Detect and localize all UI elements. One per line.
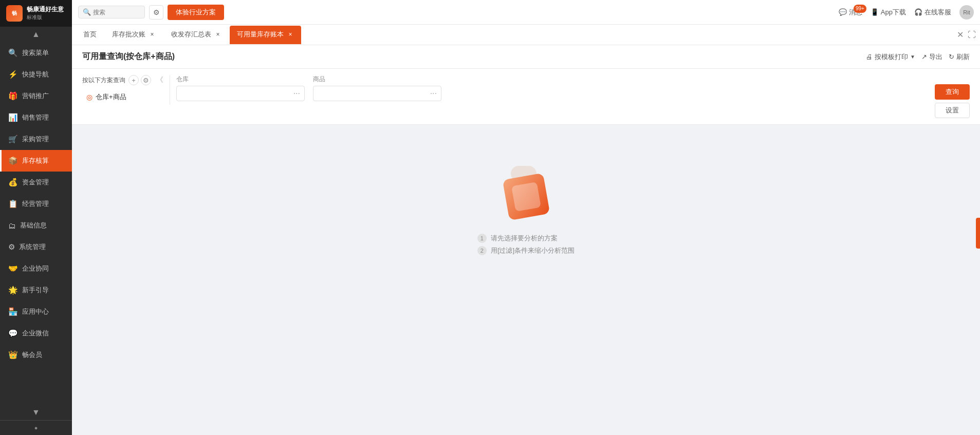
tab-stock-summary[interactable]: 收发存汇总表× — [164, 26, 229, 44]
page-header-actions: 🖨 按模板打印 ▼ ↗ 导出 ↻ 刷新 — [866, 52, 970, 62]
sidebar-item-basic[interactable]: 🗂 基础信息 — [0, 215, 72, 236]
sidebar-title: 畅康通好生意 — [27, 6, 64, 14]
search-icon: 🔍 — [8, 48, 18, 58]
marketing-icon: 🎁 — [8, 91, 18, 101]
warehouse-label: 仓库 — [176, 75, 305, 84]
product-more-button[interactable]: ··· — [430, 89, 437, 98]
inventory-label: 库存核算 — [22, 156, 49, 165]
tip-text-2: 用[过滤]条件来缩小分析范围 — [491, 246, 575, 255]
search-label: 搜索菜单 — [22, 48, 49, 58]
export-button[interactable]: ↗ 导出 — [921, 52, 942, 62]
filter-settings-button[interactable]: 设置 — [935, 103, 970, 118]
tab-bar: 首页库存批次账×收发存汇总表×可用量库存账本× ✕ ⛶ — [72, 25, 980, 45]
sidebar-scroll-area: 🔍 搜索菜单 ⚡ 快捷导航 🎁 营销推广 📊 销售管理 🛒 采购管理 📦 库存核… — [0, 42, 72, 405]
empty-box-shape — [502, 173, 550, 221]
sidebar-bottom: ● — [0, 420, 72, 435]
gear-icon[interactable]: ⚙ — [149, 5, 163, 20]
scheme-item-label: 仓库+商品 — [96, 92, 126, 102]
search-icon: 🔍 — [83, 8, 91, 16]
main-area: 🔍 ⚙ 体验行业方案 💬 消息 99+ 📱 App下载 🎧 在线客服 Rit — [72, 0, 980, 435]
trial-industry-button[interactable]: 体验行业方案 — [168, 5, 224, 20]
chevron-down-icon: ▼ — [910, 54, 915, 60]
newbie-icon: 🌟 — [8, 286, 18, 295]
tab-label-stock-summary: 收发存汇总表 — [171, 30, 211, 39]
tab-batch-account[interactable]: 库存批次账× — [105, 26, 163, 44]
sidebar-item-sales[interactable]: 📊 销售管理 — [0, 107, 72, 128]
sidebar-item-purchase[interactable]: 🛒 采购管理 — [0, 128, 72, 150]
warehouse-more-button[interactable]: ··· — [293, 89, 300, 98]
sidebar-item-finance[interactable]: 💰 资金管理 — [0, 172, 72, 193]
topbar-search[interactable]: 🔍 — [78, 6, 145, 18]
member-icon: 👑 — [8, 350, 18, 360]
warehouse-input[interactable] — [181, 90, 291, 98]
product-input-wrapper[interactable]: ··· — [313, 86, 441, 101]
message-badge: 99+ — [854, 5, 866, 13]
query-button[interactable]: 查询 — [935, 84, 970, 100]
collapse-scheme-button[interactable]: 《 — [156, 75, 163, 85]
scheme-item-icon: ◎ — [86, 93, 93, 101]
sidebar-item-enterprise[interactable]: 🤝 企业协同 — [0, 258, 72, 279]
purchase-icon: 🛒 — [8, 135, 18, 144]
tab-available-stock[interactable]: 可用量库存账本× — [230, 26, 301, 44]
add-scheme-button[interactable]: + — [128, 75, 139, 85]
app-download-button[interactable]: 📱 App下载 — [871, 8, 906, 17]
tab-label-available-stock: 可用量库存账本 — [237, 30, 284, 39]
enterprise-label: 企业协同 — [22, 264, 49, 273]
message-icon: 💬 — [839, 8, 847, 16]
scheme-item-warehouse-product[interactable]: ◎ 仓库+商品 — [82, 89, 163, 105]
tab-close-available-stock[interactable]: × — [287, 31, 294, 38]
refresh-button[interactable]: ↻ 刷新 — [949, 52, 970, 62]
tip-number-1: 1 — [477, 234, 487, 243]
sidebar-item-search[interactable]: 🔍 搜索菜单 — [0, 42, 72, 64]
operations-label: 经营管理 — [22, 199, 49, 209]
basic-icon: 🗂 — [8, 221, 16, 230]
empty-state: 1 请先选择要分析的方案 2 用[过滤]条件来缩小分析范围 — [72, 125, 980, 296]
filter-scheme-title: 按以下方案查询 + ⚙ 《 — [82, 75, 163, 85]
tab-close-all-button[interactable]: ✕ — [957, 30, 964, 40]
headset-icon: 🎧 — [914, 8, 922, 16]
sidebar-scroll-down-button[interactable]: ▼ — [0, 405, 72, 420]
settings-scheme-button[interactable]: ⚙ — [141, 75, 151, 85]
phone-icon: 📱 — [871, 8, 879, 16]
tab-close-batch-account[interactable]: × — [149, 31, 156, 38]
tab-home[interactable]: 首页 — [76, 26, 104, 44]
system-label: 系统管理 — [19, 242, 46, 252]
sidebar-item-shortcut[interactable]: ⚡ 快捷导航 — [0, 64, 72, 85]
sidebar-scroll-up-button[interactable]: ▲ — [0, 27, 72, 42]
sidebar-item-operations[interactable]: 📋 经营管理 — [0, 193, 72, 215]
system-icon: ⚙ — [8, 242, 15, 252]
sidebar-item-wechat[interactable]: 💬 企业微信 — [0, 323, 72, 344]
tab-expand-button[interactable]: ⛶ — [968, 30, 976, 40]
print-button[interactable]: 🖨 按模板打印 ▼ — [866, 52, 915, 62]
product-input[interactable] — [318, 90, 428, 98]
online-support-button[interactable]: 🎧 在线客服 — [914, 8, 951, 17]
product-filter-field: 商品 ··· — [313, 75, 441, 101]
tip-number-2: 2 — [477, 246, 487, 255]
filter-scheme-actions: + ⚙ — [128, 75, 151, 85]
sidebar-item-member[interactable]: 👑 畅会员 — [0, 344, 72, 366]
empty-tip-2: 2 用[过滤]条件来缩小分析范围 — [477, 246, 575, 255]
user-avatar[interactable]: Rit — [959, 5, 974, 20]
sidebar-item-inventory[interactable]: 📦 库存核算 — [0, 150, 72, 172]
tab-close-stock-summary[interactable]: × — [214, 31, 221, 38]
message-button[interactable]: 💬 消息 99+ — [839, 8, 862, 17]
filter-actions: 查询 设置 — [935, 75, 970, 118]
sidebar-item-system[interactable]: ⚙ 系统管理 — [0, 236, 72, 258]
topbar: 🔍 ⚙ 体验行业方案 💬 消息 99+ 📱 App下载 🎧 在线客服 Rit — [72, 0, 980, 25]
finance-icon: 💰 — [8, 178, 18, 187]
filter-area: 按以下方案查询 + ⚙ 《 ◎ 仓库+商品 仓库 — [72, 69, 980, 125]
warehouse-input-wrapper[interactable]: ··· — [176, 86, 305, 101]
page-content: 可用量查询(按仓库+商品) 🖨 按模板打印 ▼ ↗ 导出 ↻ 刷新 — [72, 45, 980, 435]
empty-box-inner-shape — [511, 182, 541, 212]
sidebar: 畅 畅康通好生意 标准版 ▲ 🔍 搜索菜单 ⚡ 快捷导航 🎁 营销推广 📊 销售… — [0, 0, 72, 435]
tip-text-1: 请先选择要分析的方案 — [491, 234, 558, 243]
sidebar-item-newbie[interactable]: 🌟 新手引导 — [0, 279, 72, 301]
sidebar-item-appstore[interactable]: 🏪 应用中心 — [0, 301, 72, 323]
tab-bar-end: ✕ ⛶ — [957, 30, 976, 40]
search-input[interactable] — [93, 9, 139, 16]
sidebar-subtitle: 标准版 — [27, 14, 64, 21]
product-label: 商品 — [313, 75, 441, 84]
finance-label: 资金管理 — [22, 178, 49, 187]
sidebar-item-marketing[interactable]: 🎁 营销推广 — [0, 85, 72, 107]
refresh-icon: ↻ — [949, 53, 954, 61]
